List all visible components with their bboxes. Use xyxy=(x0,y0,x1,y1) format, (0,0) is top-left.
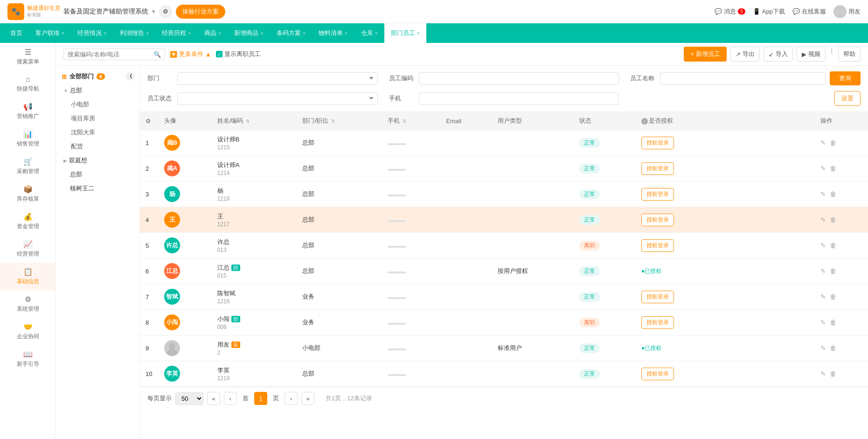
edit-icon[interactable]: ✎ xyxy=(820,293,826,300)
online-service-btn[interactable]: 💬 在线客服 xyxy=(792,7,826,16)
tree-item-shuangtingxiang[interactable]: ▶ 双庭想 xyxy=(56,153,139,167)
nav-close-icon[interactable]: × xyxy=(417,30,420,36)
search-input[interactable] xyxy=(68,51,152,58)
left-nav-item-快捷导航[interactable]: ⌂快捷导航 xyxy=(0,70,56,98)
row-auth[interactable]: 授权登录 xyxy=(636,156,722,181)
nav-item-新增商品[interactable]: 新增商品× xyxy=(228,23,270,43)
auth-login-button[interactable]: 授权登录 xyxy=(641,239,674,252)
tree-item-shenyangdaku[interactable]: 沈阳大库 xyxy=(62,125,139,139)
more-conditions-btn[interactable]: 🔽 更多条件 ▲ xyxy=(170,50,211,58)
edit-icon[interactable]: ✎ xyxy=(820,319,826,326)
row-auth[interactable]: 授权登录 xyxy=(636,233,722,258)
nav-item-仓库[interactable]: 仓库× xyxy=(354,23,384,43)
delete-icon[interactable]: 🗑 xyxy=(830,139,836,146)
tree-item-zhishuwanger[interactable]: 植树王二 xyxy=(56,181,139,195)
delete-icon[interactable]: 🗑 xyxy=(830,267,836,275)
delete-icon[interactable]: 🗑 xyxy=(830,370,836,377)
app-download-btn[interactable]: 📱 App下载 xyxy=(753,7,785,16)
left-nav-item-基础信息[interactable]: 📋基础信息 xyxy=(0,263,56,290)
row-auth[interactable]: 授权登录 xyxy=(636,361,722,387)
delete-icon[interactable]: 🗑 xyxy=(830,293,836,300)
left-nav-item-库存核算[interactable]: 📦库存核算 xyxy=(0,180,56,208)
last-page-btn[interactable]: » xyxy=(301,392,314,405)
per-page-select[interactable]: 50 20 100 xyxy=(175,392,203,405)
auth-login-button[interactable]: 授权登录 xyxy=(641,291,674,303)
tree-item-zongbu-parent[interactable]: ▼ 总部 xyxy=(56,84,139,98)
query-button[interactable]: 查询 xyxy=(830,71,861,85)
title-dropdown-icon[interactable]: ▾ xyxy=(152,8,155,15)
edit-icon[interactable]: ✎ xyxy=(820,190,826,198)
edit-icon[interactable]: ✎ xyxy=(820,370,826,377)
delete-icon[interactable]: 🗑 xyxy=(830,344,836,352)
import-button[interactable]: ↙ 导入 xyxy=(764,47,793,62)
nav-close-icon[interactable]: × xyxy=(303,30,306,36)
trial-button[interactable]: 体验行业方案 xyxy=(176,5,225,19)
delete-icon[interactable]: 🗑 xyxy=(830,242,836,249)
nav-item-物料清单[interactable]: 物料清单× xyxy=(312,23,354,43)
edit-icon[interactable]: ✎ xyxy=(820,165,826,172)
first-page-btn[interactable]: « xyxy=(207,392,220,405)
col-name[interactable]: 姓名/编码 ⇅ xyxy=(212,112,297,130)
auth-login-button[interactable]: 授权登录 xyxy=(641,214,674,226)
auth-login-button[interactable]: 授权登录 xyxy=(641,188,674,201)
emp-name-input[interactable] xyxy=(660,72,826,85)
col-phone[interactable]: 手机 ⇅ xyxy=(382,112,440,130)
emp-status-select[interactable] xyxy=(177,92,378,105)
tree-collapse-btn[interactable]: 《 xyxy=(125,72,134,81)
row-auth[interactable]: 授权登录 xyxy=(636,181,722,207)
show-leave-checkbox[interactable]: ✓ 显示离职员工 xyxy=(216,50,261,58)
col-dept[interactable]: 部门/职位 ⇅ xyxy=(297,112,382,130)
nav-item-条码方案[interactable]: 条码方案× xyxy=(270,23,312,43)
left-nav-item-新手引导[interactable]: 📖新手引导 xyxy=(0,345,56,373)
nav-item-商品[interactable]: 商品× xyxy=(198,23,228,43)
nav-close-icon[interactable]: × xyxy=(375,30,378,36)
help-button[interactable]: 帮助 xyxy=(838,47,861,62)
nav-close-icon[interactable]: × xyxy=(188,30,191,36)
tree-item-xiaodianbu[interactable]: 小电部 xyxy=(62,98,139,111)
delete-icon[interactable]: 🗑 xyxy=(830,190,836,198)
edit-icon[interactable]: ✎ xyxy=(820,344,826,352)
gear-button[interactable]: ⚙ xyxy=(159,5,172,18)
auth-login-button[interactable]: 授权登录 xyxy=(641,368,674,380)
nav-item-部门员工[interactable]: 部门员工× xyxy=(384,23,426,43)
left-nav-item-搜索菜单[interactable]: ☰搜索菜单 xyxy=(0,43,56,70)
left-nav-item-采购管理[interactable]: 🛒采购管理 xyxy=(0,153,56,180)
export-button[interactable]: ↗ 导出 xyxy=(730,47,760,62)
row-auth[interactable]: 授权登录 xyxy=(636,310,722,335)
nav-item-利润报告[interactable]: 利润报告× xyxy=(113,23,155,43)
tree-item-zongbu2[interactable]: 总部 xyxy=(56,167,139,181)
auth-login-button[interactable]: 授权登录 xyxy=(641,162,674,175)
message-btn[interactable]: 💬 消息 5 xyxy=(715,7,745,16)
prev-page-btn[interactable]: ‹ xyxy=(224,392,237,405)
page-1-btn[interactable]: 1 xyxy=(254,392,267,405)
tree-item-xiangmukufang[interactable]: 项目库房 xyxy=(62,111,139,125)
delete-icon[interactable]: 🗑 xyxy=(830,216,836,223)
left-nav-item-资金管理[interactable]: 💰资金管理 xyxy=(0,208,56,235)
left-nav-item-营销推广[interactable]: 📢营销推广 xyxy=(0,98,56,125)
left-nav-item-销售管理[interactable]: 📊销售管理 xyxy=(0,125,56,153)
left-nav-item-系统管理[interactable]: ⚙系统管理 xyxy=(0,290,56,318)
left-nav-item-企业协同[interactable]: 🤝企业协同 xyxy=(0,318,56,345)
view-button[interactable]: ▶ 视频 xyxy=(797,47,826,62)
row-auth[interactable]: 授权登录 xyxy=(636,207,722,233)
next-page-btn[interactable]: › xyxy=(285,392,298,405)
search-box[interactable]: 🔍 xyxy=(63,49,165,60)
auth-login-button[interactable]: 授权登录 xyxy=(641,137,674,149)
dept-select[interactable] xyxy=(177,72,378,85)
row-auth[interactable]: 授权登录 xyxy=(636,284,722,310)
nav-close-icon[interactable]: × xyxy=(218,30,221,36)
nav-item-经营情况[interactable]: 经营情况× xyxy=(71,23,113,43)
edit-icon[interactable]: ✎ xyxy=(820,139,826,146)
nav-close-icon[interactable]: × xyxy=(260,30,263,36)
col-settings[interactable]: ⚙ xyxy=(140,112,159,130)
edit-icon[interactable]: ✎ xyxy=(820,216,826,223)
phone-input[interactable] xyxy=(419,92,619,105)
nav-item-首页[interactable]: 首页 xyxy=(4,23,29,43)
user-area[interactable]: 用友 xyxy=(833,5,861,18)
nav-item-经营历程[interactable]: 经营历程× xyxy=(155,23,197,43)
add-employee-button[interactable]: + 新增员工 xyxy=(684,47,726,62)
tree-item-peihuo[interactable]: 配货 xyxy=(62,139,139,153)
nav-item-客户联络[interactable]: 客户联络× xyxy=(29,23,71,43)
left-nav-item-经营管理[interactable]: 📈经营管理 xyxy=(0,235,56,263)
delete-icon[interactable]: 🗑 xyxy=(830,165,836,172)
